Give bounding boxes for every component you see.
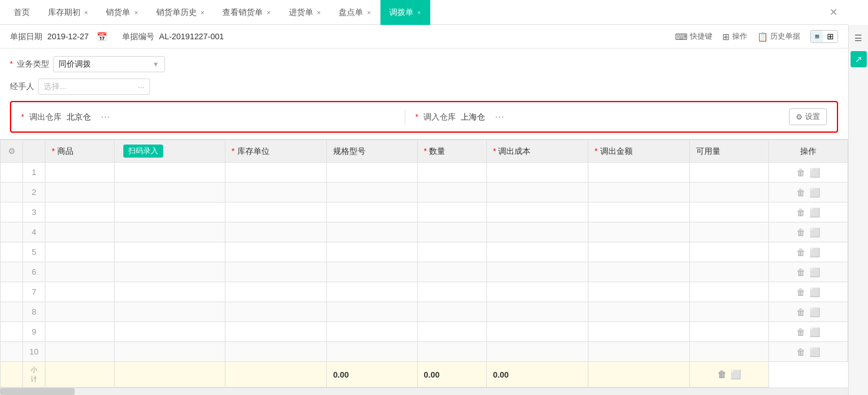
row-unit-8[interactable] bbox=[225, 302, 326, 322]
row-amount-7[interactable] bbox=[588, 282, 689, 302]
row-spec-1[interactable] bbox=[326, 163, 417, 183]
row-unit-2[interactable] bbox=[225, 183, 326, 202]
row-spec-5[interactable] bbox=[326, 242, 417, 262]
copy-icon-3[interactable]: ⬜ bbox=[809, 207, 820, 217]
scan-button[interactable]: 扫码录入 bbox=[123, 145, 163, 158]
warehouse-out-more-icon[interactable]: ··· bbox=[101, 110, 110, 123]
row-qty-5[interactable] bbox=[417, 242, 486, 262]
warehouse-in-more-icon[interactable]: ··· bbox=[495, 110, 504, 123]
row-amount-8[interactable] bbox=[588, 302, 689, 322]
tab-sales-history[interactable]: 销货单历史 × bbox=[148, 0, 214, 25]
row-product-6[interactable] bbox=[45, 262, 115, 282]
row-cost-1[interactable] bbox=[486, 163, 588, 183]
tab-transfer[interactable]: 调拨单 × bbox=[380, 0, 430, 25]
row-spec-8[interactable] bbox=[326, 302, 417, 322]
tab-home[interactable]: 首页 bbox=[5, 0, 39, 25]
row-cost-9[interactable] bbox=[486, 322, 588, 342]
settings-button[interactable]: ⚙ 设置 bbox=[789, 108, 827, 125]
right-panel-export-btn[interactable]: ↗ bbox=[851, 51, 867, 67]
delete-icon-9[interactable]: 🗑 bbox=[796, 327, 805, 337]
date-value[interactable]: 2019-12-27 bbox=[47, 32, 89, 41]
delete-icon-6[interactable]: 🗑 bbox=[796, 267, 805, 277]
row-qty-4[interactable] bbox=[417, 222, 486, 242]
tab-close-inventory-check[interactable]: × bbox=[367, 9, 370, 16]
copy-icon-10[interactable]: ⬜ bbox=[809, 347, 820, 357]
copy-icon-4[interactable]: ⬜ bbox=[809, 227, 820, 237]
delete-icon-11[interactable]: 🗑 bbox=[717, 369, 726, 379]
handler-more-icon[interactable]: ··· bbox=[138, 82, 144, 92]
row-spec-10[interactable] bbox=[326, 342, 417, 362]
row-cost-2[interactable] bbox=[486, 183, 588, 202]
row-amount-6[interactable] bbox=[588, 262, 689, 282]
delete-icon-7[interactable]: 🗑 bbox=[796, 287, 805, 297]
row-cost-10[interactable] bbox=[486, 342, 588, 362]
row-product-1[interactable] bbox=[45, 163, 115, 183]
row-amount-2[interactable] bbox=[588, 183, 689, 202]
row-product-5[interactable] bbox=[45, 242, 115, 262]
handler-select[interactable]: 选择... ··· bbox=[38, 79, 150, 95]
row-cost-4[interactable] bbox=[486, 222, 588, 242]
tab-close-inventory-init[interactable]: × bbox=[84, 9, 88, 16]
row-amount-4[interactable] bbox=[588, 222, 689, 242]
operation-action[interactable]: ⊞ 操作 bbox=[722, 31, 747, 42]
copy-icon-8[interactable]: ⬜ bbox=[809, 307, 820, 317]
row-qty-2[interactable] bbox=[417, 183, 486, 202]
tab-sales-order[interactable]: 销货单 × bbox=[97, 0, 147, 25]
copy-icon-5[interactable]: ⬜ bbox=[809, 247, 820, 257]
tab-close-purchase[interactable]: × bbox=[317, 9, 321, 16]
row-spec-4[interactable] bbox=[326, 222, 417, 242]
window-close-button[interactable]: ✕ bbox=[823, 2, 843, 22]
row-cost-5[interactable] bbox=[486, 242, 588, 262]
row-qty-10[interactable] bbox=[417, 342, 486, 362]
row-qty-3[interactable] bbox=[417, 202, 486, 222]
tab-close-sales-history[interactable]: × bbox=[200, 9, 204, 16]
row-product-4[interactable] bbox=[45, 222, 115, 242]
row-unit-3[interactable] bbox=[225, 202, 326, 222]
row-spec-9[interactable] bbox=[326, 322, 417, 342]
row-product-11[interactable] bbox=[45, 362, 115, 388]
scroll-thumb[interactable] bbox=[0, 388, 75, 395]
delete-icon-8[interactable]: 🗑 bbox=[796, 307, 805, 317]
row-unit-4[interactable] bbox=[225, 222, 326, 242]
row-cost-8[interactable] bbox=[486, 302, 588, 322]
copy-icon-1[interactable]: ⬜ bbox=[809, 168, 820, 178]
row-cost-7[interactable] bbox=[486, 282, 588, 302]
tab-close-view-sales[interactable]: × bbox=[267, 9, 270, 16]
row-cost-3[interactable] bbox=[486, 202, 588, 222]
copy-icon-2[interactable]: ⬜ bbox=[809, 188, 820, 198]
row-unit-1[interactable] bbox=[225, 163, 326, 183]
delete-icon-10[interactable]: 🗑 bbox=[796, 347, 805, 357]
row-qty-9[interactable] bbox=[417, 322, 486, 342]
copy-icon-11[interactable]: ⬜ bbox=[730, 369, 741, 379]
copy-icon-7[interactable]: ⬜ bbox=[809, 287, 820, 297]
row-product-7[interactable] bbox=[45, 282, 115, 302]
row-product-3[interactable] bbox=[45, 202, 115, 222]
row-unit-7[interactable] bbox=[225, 282, 326, 302]
copy-icon-9[interactable]: ⬜ bbox=[809, 327, 820, 337]
row-unit-10[interactable] bbox=[225, 342, 326, 362]
business-type-select[interactable]: 同价调拨 ▼ bbox=[53, 56, 165, 72]
delete-icon-3[interactable]: 🗑 bbox=[796, 207, 805, 217]
row-spec-6[interactable] bbox=[326, 262, 417, 282]
row-unit-5[interactable] bbox=[225, 242, 326, 262]
row-amount-10[interactable] bbox=[588, 342, 689, 362]
row-qty-7[interactable] bbox=[417, 282, 486, 302]
grid-view-btn[interactable]: ⊞ bbox=[823, 31, 837, 42]
tab-purchase[interactable]: 进货单 × bbox=[280, 0, 330, 25]
row-product-2[interactable] bbox=[45, 183, 115, 202]
row-amount-5[interactable] bbox=[588, 242, 689, 262]
tab-view-sales[interactable]: 查看销货单 × bbox=[214, 0, 280, 25]
copy-icon-6[interactable]: ⬜ bbox=[809, 267, 820, 277]
delete-icon-5[interactable]: 🗑 bbox=[796, 247, 805, 257]
row-product-8[interactable] bbox=[45, 302, 115, 322]
delete-icon-1[interactable]: 🗑 bbox=[796, 168, 805, 178]
row-amount-3[interactable] bbox=[588, 202, 689, 222]
tab-inventory-init[interactable]: 库存期初 × bbox=[39, 0, 97, 25]
row-spec-3[interactable] bbox=[326, 202, 417, 222]
row-cost-6[interactable] bbox=[486, 262, 588, 282]
shortcut-action[interactable]: ⌨ 快捷键 bbox=[675, 31, 712, 42]
calendar-icon[interactable]: 📅 bbox=[97, 32, 107, 42]
row-qty-6[interactable] bbox=[417, 262, 486, 282]
row-spec-7[interactable] bbox=[326, 282, 417, 302]
delete-icon-4[interactable]: 🗑 bbox=[796, 227, 805, 237]
